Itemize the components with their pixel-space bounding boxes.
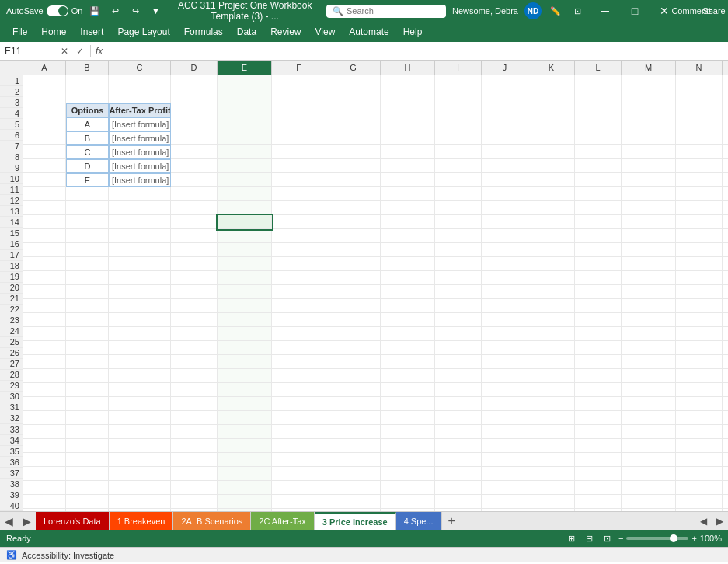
cell-K8[interactable]	[528, 173, 575, 187]
cell-G32[interactable]	[326, 509, 381, 511]
menu-insert[interactable]: Insert	[74, 24, 110, 40]
cell-O15[interactable]	[723, 271, 728, 285]
cell-F19[interactable]	[272, 327, 326, 341]
cell-I11[interactable]	[435, 215, 482, 229]
cell-I27[interactable]	[435, 439, 482, 453]
cell-O22[interactable]	[723, 369, 728, 383]
cell-A31[interactable]	[23, 495, 66, 509]
menu-data[interactable]: Data	[231, 24, 263, 40]
cell-D7[interactable]	[171, 159, 218, 173]
cell-O7[interactable]	[723, 159, 728, 173]
col-header-J[interactable]: J	[482, 61, 528, 75]
cell-A30[interactable]	[23, 481, 66, 495]
zoom-out-btn[interactable]: −	[618, 534, 623, 543]
cell-F16[interactable]	[272, 285, 326, 299]
cell-I20[interactable]	[435, 341, 482, 355]
cell-J26[interactable]	[482, 425, 528, 439]
cell-G1[interactable]	[326, 75, 381, 89]
cell-L19[interactable]	[575, 327, 622, 341]
row-num-13[interactable]: 13	[0, 206, 23, 217]
cell-C21[interactable]	[109, 355, 171, 369]
cell-J24[interactable]	[482, 397, 528, 411]
cell-C18[interactable]	[109, 313, 171, 327]
cell-A32[interactable]	[23, 509, 66, 511]
cell-B24[interactable]	[66, 397, 109, 411]
cell-D32[interactable]	[171, 509, 218, 511]
cell-C29[interactable]	[109, 467, 171, 481]
cell-M32[interactable]	[622, 509, 676, 511]
cell-O25[interactable]	[723, 411, 728, 425]
cell-H17[interactable]	[381, 299, 435, 313]
cell-I3[interactable]	[435, 103, 482, 117]
cell-J11[interactable]	[482, 215, 528, 229]
cell-K32[interactable]	[528, 509, 575, 511]
cell-C3[interactable]: After-Tax Profit	[109, 103, 171, 117]
cell-C32[interactable]	[109, 509, 171, 511]
cell-I1[interactable]	[435, 75, 482, 89]
cell-D2[interactable]	[171, 89, 218, 103]
cell-B17[interactable]	[66, 299, 109, 313]
cell-E6[interactable]	[218, 145, 272, 159]
cell-C23[interactable]	[109, 383, 171, 397]
cell-G8[interactable]	[326, 173, 381, 187]
cell-F3[interactable]	[272, 103, 326, 117]
cell-A6[interactable]	[23, 145, 66, 159]
cell-H14[interactable]	[381, 257, 435, 271]
cell-B26[interactable]	[66, 425, 109, 439]
cell-M11[interactable]	[622, 215, 676, 229]
cell-M4[interactable]	[622, 117, 676, 131]
cell-N25[interactable]	[676, 411, 723, 425]
cell-H6[interactable]	[381, 145, 435, 159]
cell-A24[interactable]	[23, 397, 66, 411]
cell-J20[interactable]	[482, 341, 528, 355]
cell-A23[interactable]	[23, 383, 66, 397]
row-num-2[interactable]: 2	[0, 86, 23, 97]
cell-B9[interactable]	[66, 187, 109, 201]
row-num-32[interactable]: 32	[0, 413, 23, 424]
tab-scroll-left[interactable]: ◀	[695, 512, 712, 531]
row-num-28[interactable]: 28	[0, 370, 23, 381]
cell-G27[interactable]	[326, 439, 381, 453]
view-options-button[interactable]: ⊡	[570, 3, 585, 19]
cell-N8[interactable]	[676, 173, 723, 187]
row-num-23[interactable]: 23	[0, 315, 23, 326]
cell-J2[interactable]	[482, 89, 528, 103]
cell-G9[interactable]	[326, 187, 381, 201]
cell-H8[interactable]	[381, 173, 435, 187]
col-header-A[interactable]: A	[23, 61, 66, 75]
cell-N7[interactable]	[676, 159, 723, 173]
cell-M26[interactable]	[622, 425, 676, 439]
cell-M27[interactable]	[622, 439, 676, 453]
cell-O1[interactable]	[723, 75, 728, 89]
cell-G2[interactable]	[326, 89, 381, 103]
cell-G21[interactable]	[326, 355, 381, 369]
cell-L10[interactable]	[575, 201, 622, 215]
cell-H15[interactable]	[381, 271, 435, 285]
cell-L20[interactable]	[575, 341, 622, 355]
cell-M3[interactable]	[622, 103, 676, 117]
cell-C30[interactable]	[109, 481, 171, 495]
cell-G29[interactable]	[326, 467, 381, 481]
row-num-39[interactable]: 39	[0, 489, 23, 500]
cell-M13[interactable]	[622, 243, 676, 257]
cell-E30[interactable]	[218, 481, 272, 495]
cell-L18[interactable]	[575, 313, 622, 327]
cell-A13[interactable]	[23, 243, 66, 257]
cell-B22[interactable]	[66, 369, 109, 383]
cell-C22[interactable]	[109, 369, 171, 383]
cell-E10[interactable]	[218, 201, 272, 215]
cell-M22[interactable]	[622, 369, 676, 383]
cell-C19[interactable]	[109, 327, 171, 341]
menu-automate[interactable]: Automate	[343, 24, 395, 40]
cell-B23[interactable]	[66, 383, 109, 397]
cell-E19[interactable]	[218, 327, 272, 341]
cell-N30[interactable]	[676, 481, 723, 495]
cell-K9[interactable]	[528, 187, 575, 201]
cell-N26[interactable]	[676, 425, 723, 439]
cell-E29[interactable]	[218, 467, 272, 481]
cell-N27[interactable]	[676, 439, 723, 453]
cell-K26[interactable]	[528, 425, 575, 439]
cell-H4[interactable]	[381, 117, 435, 131]
cell-H2[interactable]	[381, 89, 435, 103]
cell-J6[interactable]	[482, 145, 528, 159]
